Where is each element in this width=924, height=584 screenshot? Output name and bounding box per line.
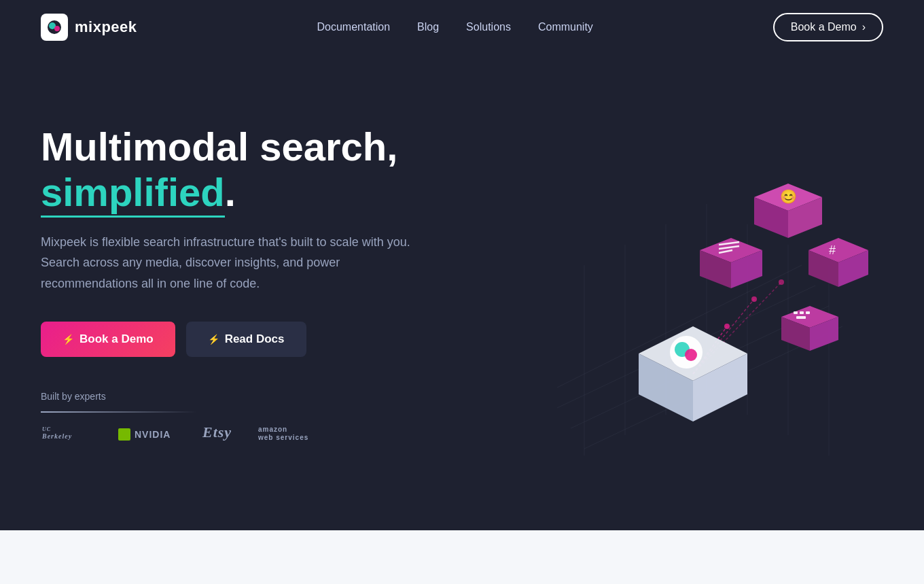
svg-text:NVIDIA: NVIDIA <box>135 429 171 440</box>
nvidia-logo: NVIDIA <box>117 424 178 445</box>
nav-links: Documentation Blog Solutions Community <box>317 21 592 33</box>
read-docs-button[interactable]: ⚡ Read Docs <box>186 322 306 357</box>
svg-point-23 <box>724 324 730 329</box>
svg-text:UC
              Berkeley: UC Berkeley <box>41 424 72 440</box>
nav-documentation[interactable]: Documentation <box>317 21 390 33</box>
svg-rect-50 <box>800 311 804 314</box>
svg-text:#: # <box>829 243 836 257</box>
svg-rect-52 <box>796 316 806 319</box>
svg-point-24 <box>751 296 757 302</box>
book-demo-button[interactable]: ⚡ Book a Demo <box>41 322 175 357</box>
built-by-label: Built by experts <box>41 391 503 402</box>
svg-point-25 <box>779 279 784 285</box>
hero-illustration: 😊 # <box>503 95 883 476</box>
bolt-icon: ⚡ <box>63 334 74 345</box>
hero-section: Multimodal search, simplified. Mixpeek i… <box>0 54 924 530</box>
hero-content: Multimodal search, simplified. Mixpeek i… <box>41 124 503 446</box>
svg-rect-51 <box>806 311 810 314</box>
hero-buttons: ⚡ Book a Demo ⚡ Read Docs <box>41 322 503 357</box>
svg-point-2 <box>54 26 60 31</box>
navbar: mixpeek Documentation Blog Solutions Com… <box>0 0 924 54</box>
hero-title: Multimodal search, simplified. <box>41 124 503 215</box>
berkeley-logo: UC Berkeley <box>41 423 95 445</box>
nav-book-demo-button[interactable]: Book a Demo › <box>773 13 883 41</box>
svg-text:😊: 😊 <box>780 188 797 205</box>
svg-text:Etsy: Etsy <box>202 424 232 441</box>
svg-text:web services: web services <box>257 434 308 441</box>
nav-blog[interactable]: Blog <box>417 21 439 33</box>
svg-rect-4 <box>118 428 130 441</box>
built-by-section: Built by experts UC Berkeley <box>41 391 503 447</box>
logo-text: mixpeek <box>75 18 137 36</box>
logo[interactable]: mixpeek <box>41 14 137 41</box>
etsy-logo: Etsy <box>200 422 234 446</box>
universal-section: Universal media intelligence Find meanin… <box>0 530 924 584</box>
nav-community[interactable]: Community <box>538 21 593 33</box>
aws-logo: amazon web services <box>255 422 323 447</box>
built-by-divider <box>41 411 197 413</box>
iso-svg: 😊 # <box>516 102 870 469</box>
nav-solutions[interactable]: Solutions <box>466 21 511 33</box>
brand-logos: UC Berkeley NVIDIA Etsy <box>41 422 503 447</box>
svg-text:amazon: amazon <box>258 426 287 433</box>
hero-description: Mixpeek is flexible search infrastructur… <box>41 232 421 294</box>
bolt-icon-2: ⚡ <box>208 334 219 345</box>
logo-icon <box>41 14 68 41</box>
svg-point-31 <box>685 349 697 361</box>
svg-rect-49 <box>794 311 798 314</box>
